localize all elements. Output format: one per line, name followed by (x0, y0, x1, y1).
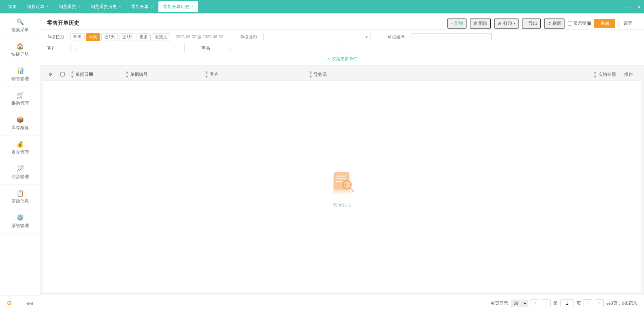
th-amount[interactable]: ▲▼ 实销金额 (564, 70, 618, 79)
th-check[interactable] (58, 72, 67, 76)
purchase-icon: 🛒 (16, 92, 24, 99)
query-button[interactable]: 查询 (594, 19, 615, 28)
basicinfo-icon: 📋 (16, 190, 24, 197)
date-btn-custom[interactable]: 自定义 (152, 33, 170, 41)
close-tab-return[interactable]: × (78, 4, 81, 9)
type-filter-label: 单据类型 (240, 34, 260, 40)
th-action: 操作 (618, 71, 639, 77)
export-button[interactable]: ↑ 导出 (522, 18, 541, 29)
setting-button[interactable]: 设置 (618, 19, 637, 28)
no-filter-input[interactable] (411, 33, 492, 41)
date-btn-yesterday[interactable]: 昨天 (70, 33, 85, 41)
last-page-button[interactable]: » (595, 299, 604, 307)
prev-page-button[interactable]: ‹ (542, 299, 551, 307)
date-btn-7days[interactable]: 近7天 (101, 33, 118, 41)
page-title: 零售开单历史 (47, 20, 79, 27)
th-date[interactable]: ▲▼ 单据日期 (67, 70, 122, 79)
current-page-input[interactable] (560, 299, 574, 307)
settings-col-icon: ⚙ (48, 72, 52, 77)
th-no[interactable]: ▲▼ 单据编号 (122, 70, 202, 79)
filter-row-1: 单据日期 昨天 今天 近7天 近1月 更多 自定义 2023-06-02 至 2… (47, 33, 637, 41)
table-area: ⚙ ▲▼ 单据日期 ▲▼ 单据编号 (43, 68, 641, 292)
th-settings[interactable]: ⚙ (46, 72, 58, 77)
total-info: 共0页，0条记录 (606, 300, 637, 306)
collapse-bar[interactable]: ∧ 收起更多条件 (47, 55, 637, 62)
sidebar-item-sales[interactable]: 📊 销售管理 (0, 62, 40, 87)
home-icon: 🏠 (16, 43, 24, 50)
window-maximize[interactable]: □ (632, 4, 634, 9)
finance-icon: 💰 (16, 141, 24, 148)
goods-filter-select[interactable]: … (225, 44, 339, 52)
goods-filter-label: 商品 (201, 45, 221, 51)
first-page-button[interactable]: « (531, 299, 539, 307)
filter-row-2: 客户 … 商品 … (47, 44, 637, 52)
empty-state: 暂无数据 (43, 81, 641, 292)
content-area: 零售开单历史 + 新增 🗑 删除 🖨 打印 ▾ ↑ 导出 ↺ 刷新 (40, 13, 644, 311)
sidebar-item-system[interactable]: ⚙️ 系统管理 (0, 209, 40, 234)
page-header: 零售开单历史 + 新增 🗑 删除 🖨 打印 ▾ ↑ 导出 ↺ 刷新 (40, 13, 644, 30)
sidebar-item-basicinfo[interactable]: 📋 基础信息 (0, 185, 40, 209)
print-dropdown-icon: ▾ (513, 21, 515, 25)
th-guide[interactable]: ▲▼ 导购员 (306, 70, 361, 79)
date-btn-today[interactable]: 今天 (86, 33, 100, 41)
export-icon: ↑ (525, 21, 528, 26)
sidebar-item-quicknav[interactable]: 🏠 快捷导航 (0, 38, 40, 62)
close-tab-retail-history[interactable]: × (191, 4, 194, 9)
close-tab-sales-order[interactable]: × (46, 4, 49, 9)
refresh-button[interactable]: ↺ 刷新 (544, 18, 564, 29)
date-filter-label: 单据日期 (47, 34, 67, 40)
sales-icon: 📊 (16, 67, 24, 74)
amount-sort-icon: ▲▼ (593, 70, 597, 79)
type-filter-select[interactable]: ▾ (263, 33, 371, 41)
sidebar-item-search[interactable]: 🔍 搜索采单 (0, 13, 40, 38)
tab-home[interactable]: 首页 (3, 1, 21, 12)
delete-button[interactable]: 🗑 删除 (470, 18, 491, 29)
customer-sort-icon: ▲▼ (204, 70, 209, 79)
close-tab-return-history[interactable]: × (119, 4, 121, 9)
settings-bottom-icon[interactable]: ⚙ (7, 300, 12, 307)
tab-retail-history[interactable]: 零售开单历史 × (158, 1, 198, 12)
sidebar-item-inventory[interactable]: 📦 库存核算 (0, 111, 40, 136)
tab-sales-order[interactable]: 销售订单 × (22, 1, 53, 12)
no-filter-label: 单据编号 (388, 34, 408, 40)
sidebar-item-purchase[interactable]: 🛒 采购管理 (0, 87, 40, 111)
print-button[interactable]: 🖨 打印 ▾ (494, 18, 518, 29)
window-minimize[interactable]: — (625, 4, 629, 9)
sidebar-item-operation[interactable]: 📈 经营管理 (0, 160, 40, 185)
sidebar-item-finance[interactable]: 💰 资金管理 (0, 136, 40, 160)
customer-filter-select[interactable]: … (70, 44, 185, 52)
th-customer[interactable]: ▲▼ 客户 (202, 70, 306, 79)
filter-area: 单据日期 昨天 今天 近7天 近1月 更多 自定义 2023-06-02 至 2… (40, 30, 644, 65)
inventory-icon: 📦 (16, 116, 24, 123)
pagination-bar: 每页显示 50 100 200 « ‹ 第 页 › » 共0页，0条记录 (40, 295, 644, 311)
select-all-checkbox[interactable] (60, 72, 65, 76)
no-sort-icon: ▲▼ (125, 70, 129, 79)
svg-line-8 (350, 188, 354, 192)
collapse-sidebar-icon[interactable]: ◀◀ (26, 301, 33, 306)
empty-text: 暂无数据 (333, 202, 352, 208)
sidebar-bottom: ⚙ ◀◀ (0, 295, 40, 311)
type-select-dropdown-icon: ▾ (365, 35, 368, 40)
window-controls: — □ ✕ (625, 4, 641, 9)
date-range-display: 2023-06-02 至 2023-06-02 (176, 34, 223, 40)
date-filter-buttons: 昨天 今天 近7天 近1月 更多 自定义 (70, 33, 170, 41)
system-icon: ⚙️ (16, 214, 24, 221)
date-sort-icon: ▲▼ (70, 70, 75, 79)
close-tab-retail-order[interactable]: × (151, 4, 153, 9)
window-close[interactable]: ✕ (637, 4, 641, 9)
chevron-up-icon: ∧ (327, 56, 330, 61)
add-button[interactable]: + 新增 (447, 18, 466, 29)
page-word: 第 (553, 300, 558, 306)
guide-sort-icon: ▲▼ (309, 70, 313, 79)
tab-return-history[interactable]: 销货退货历史 × (86, 1, 126, 12)
tab-return[interactable]: 销货退货 × (54, 1, 85, 12)
show-detail-toggle[interactable]: 显示明细 (568, 20, 591, 27)
next-page-button[interactable]: › (584, 299, 592, 307)
tab-retail-order[interactable]: 零售开单 × (127, 1, 158, 12)
per-page-select[interactable]: 50 100 200 (511, 300, 528, 307)
date-btn-more[interactable]: 更多 (137, 33, 151, 41)
date-btn-1month[interactable]: 近1月 (119, 33, 136, 41)
tab-bar: 首页 销售订单 × 销货退货 × 销货退货历史 × 零售开单 × 零售开单历史 … (0, 0, 644, 13)
empty-illustration (326, 165, 359, 198)
show-detail-checkbox[interactable] (568, 21, 572, 25)
